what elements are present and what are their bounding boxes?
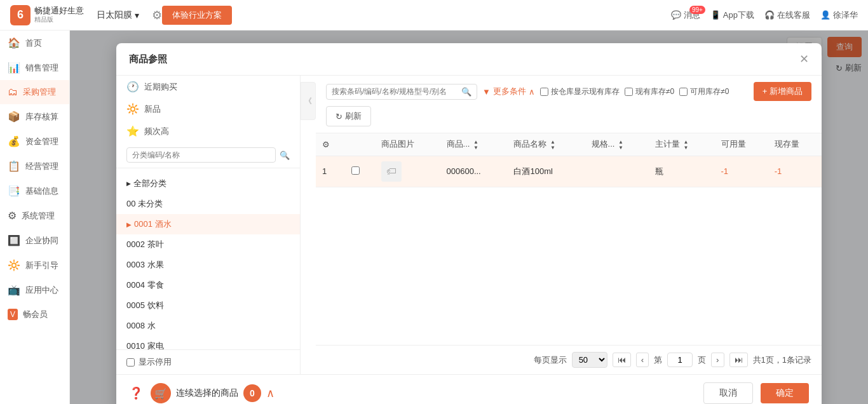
quick-filter-new[interactable]: 🔆 新品	[116, 98, 300, 120]
col-name[interactable]: 商品名称 ▲▼	[507, 133, 585, 156]
show-disabled-label: 显示停用	[139, 356, 172, 368]
search-icon[interactable]: 🔍	[461, 87, 471, 97]
cancel-btn[interactable]: 取消	[703, 382, 753, 404]
triangle-active-icon: ▶	[126, 221, 132, 228]
cat-item-0003[interactable]: 0003 水果	[116, 255, 300, 275]
show-disabled-area: 显示停用	[116, 349, 300, 374]
page-text-label: 第	[654, 354, 662, 366]
confirm-btn[interactable]: 确定	[761, 383, 809, 403]
guide-icon: 🔆	[8, 259, 20, 271]
sidebar-item-guide[interactable]: 🔆 新手引导	[0, 253, 69, 278]
sidebar-item-inventory[interactable]: 📦 库存核算	[0, 104, 69, 129]
table-row[interactable]: 1 🏷 000600... 白酒100ml	[316, 156, 822, 187]
left-panel: 🕐 近期购买 🔆 新品 ⭐ 频次高	[116, 76, 301, 374]
category-search-input[interactable]	[126, 147, 276, 163]
next-page-btn[interactable]: ›	[711, 353, 724, 367]
per-page-select[interactable]: 50 10 20 100	[572, 352, 607, 368]
warehouse-filter-checkbox[interactable]	[540, 88, 548, 96]
col-spec[interactable]: 规格... ▲▼	[585, 133, 649, 156]
available-filter-label[interactable]: 可用库存≠0	[679, 86, 729, 97]
cat-item-label: 0004 零食	[126, 279, 164, 291]
cell-unit: 瓶	[649, 156, 715, 187]
col-code[interactable]: 商品... ▲▼	[440, 133, 508, 156]
prev-page-btn[interactable]: ‹	[636, 353, 649, 367]
phone-icon: 📱	[710, 10, 721, 20]
nonzero-filter-checkbox[interactable]	[625, 88, 633, 96]
apps-icon: 📺	[8, 284, 20, 296]
current-page-input[interactable]	[667, 353, 693, 367]
cat-item-0004[interactable]: 0004 零食	[116, 275, 300, 295]
search-icon[interactable]: 🔍	[280, 151, 290, 160]
purchase-icon: 🗂	[8, 86, 18, 98]
quick-filter-recent[interactable]: 🕐 近期购买	[116, 76, 300, 98]
sort-arrows: ▲▼	[618, 139, 623, 151]
col-unit[interactable]: 主计量 ▲▼	[649, 133, 715, 156]
nav-messages[interactable]: 💬 消息 99+	[671, 10, 700, 21]
nav-selector[interactable]: 日太阳膜 ▾	[97, 10, 139, 21]
nav-online-service[interactable]: 🎧 在线客服	[764, 10, 810, 21]
cell-num: 1	[316, 156, 345, 187]
pagination: 每页显示 50 10 20 100 ⏮ ‹ 第 页	[316, 345, 822, 374]
sidebar-item-label: 采购管理	[23, 86, 56, 98]
category-list: ▶ 全部分类 00 未分类 ▶ 0001 酒水	[116, 168, 300, 349]
nav-user[interactable]: 👤 徐泽华	[820, 10, 858, 21]
cat-item-0005[interactable]: 0005 饮料	[116, 295, 300, 316]
cat-item-00[interactable]: 00 未分类	[116, 194, 300, 214]
col-img: 商品图片	[375, 133, 440, 156]
add-product-btn[interactable]: + 新增商品	[754, 82, 811, 101]
nonzero-filter-label[interactable]: 现有库存≠0	[625, 86, 674, 97]
cell-check[interactable]	[345, 156, 375, 187]
sidebar-item-operations[interactable]: 📋 经营管理	[0, 154, 69, 178]
sidebar-item-basic-info[interactable]: 📑 基础信息	[0, 178, 69, 203]
cat-item-all[interactable]: ▶ 全部分类	[116, 173, 300, 194]
dialog-header: 商品参照 ✕	[116, 43, 822, 76]
cat-item-0002[interactable]: 0002 茶叶	[116, 234, 300, 255]
show-disabled-checkbox[interactable]	[126, 358, 135, 367]
sidebar-item-purchase[interactable]: 🗂 采购管理	[0, 80, 69, 104]
row-checkbox[interactable]	[351, 166, 360, 175]
sidebar-item-system[interactable]: ⚙ 系统管理	[0, 203, 69, 228]
home-icon: 🏠	[8, 37, 20, 49]
sidebar-item-enterprise[interactable]: 🔲 企业协同	[0, 228, 69, 253]
product-reference-dialog: 商品参照 ✕ 🕐 近期购买	[116, 43, 822, 404]
collapse-panel-btn[interactable]: 《	[301, 82, 316, 120]
cart-icon[interactable]: 🛒	[151, 383, 171, 403]
chevron-up-icon[interactable]: ∧	[266, 386, 275, 400]
sidebar-item-sales[interactable]: 📊 销售管理	[0, 55, 69, 80]
cart-count: 0	[243, 384, 261, 402]
more-filter-btn[interactable]: ▼ 更多条件 ∧	[482, 86, 535, 97]
warehouse-filter-label[interactable]: 按仓库显示现有库存	[540, 86, 620, 97]
product-search-input[interactable]	[332, 87, 459, 96]
sidebar-item-member[interactable]: V 畅会员	[0, 302, 69, 327]
nav-app-download[interactable]: 📱 App下载	[710, 10, 754, 21]
quick-filter-frequent[interactable]: ⭐ 频次高	[116, 120, 300, 142]
cat-item-0001[interactable]: ▶ 0001 酒水	[116, 214, 300, 234]
last-page-btn[interactable]: ⏭	[729, 353, 748, 367]
sidebar-item-home[interactable]: 🏠 首页	[0, 30, 69, 55]
modal-overlay: 商品参照 ✕ 🕐 近期购买	[70, 30, 868, 404]
sidebar-item-label: 首页	[25, 37, 42, 49]
cat-item-0010[interactable]: 0010 家电	[116, 336, 300, 349]
operations-icon: 📋	[8, 160, 20, 172]
first-page-btn[interactable]: ⏮	[613, 353, 631, 367]
total-info: 共1页，1条记录	[753, 354, 811, 366]
inventory-icon: 📦	[8, 111, 20, 123]
cell-stock: -1	[768, 156, 822, 187]
available-filter-checkbox[interactable]	[679, 88, 688, 96]
cell-img: 🏷	[375, 156, 440, 187]
sidebar-item-label: 资金管理	[25, 136, 58, 147]
product-image: 🏷	[381, 161, 402, 182]
close-icon[interactable]: ✕	[799, 52, 809, 66]
sidebar-item-finance[interactable]: 💰 资金管理	[0, 129, 69, 154]
help-icon[interactable]: ❓	[129, 386, 143, 400]
gear-icon[interactable]: ⚙	[152, 8, 162, 22]
sidebar-item-apps[interactable]: 📺 应用中心	[0, 278, 69, 302]
cat-item-0008[interactable]: 0008 水	[116, 316, 300, 336]
experience-btn[interactable]: 体验行业方案	[162, 6, 232, 25]
refresh-btn[interactable]: ↻ 刷新	[326, 106, 371, 126]
new-icon: 🔆	[126, 103, 139, 115]
enterprise-icon: 🔲	[8, 234, 20, 246]
right-panel: 🔍 ▼ 更多条件 ∧ 按仓库显示现有库存	[316, 76, 822, 374]
product-table: ⚙ 商品图片 商品... ▲▼ 商品名称	[316, 133, 822, 187]
col-settings[interactable]: ⚙	[316, 133, 345, 156]
